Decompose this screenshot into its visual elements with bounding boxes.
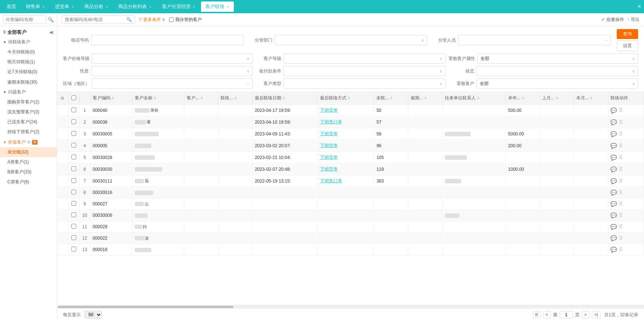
grid-action-icon-2[interactable]: ⠿ [619, 131, 623, 137]
page-input[interactable] [560, 311, 573, 318]
row-action-3[interactable]: 💬 ⠿ [608, 140, 644, 152]
row-action-9[interactable]: 💬 ⠿ [608, 210, 644, 221]
sidebar-item-hoarding[interactable]: 囤购异常客户(2) [0, 97, 57, 107]
grid-action-icon-5[interactable]: ⠿ [619, 166, 623, 172]
refresh-icon[interactable]: ↻ [27, 140, 31, 145]
select-all-checkbox[interactable] [71, 95, 76, 100]
last-way-link[interactable]: 下销售订单 [320, 178, 342, 183]
prev-page-btn[interactable]: < [543, 311, 551, 318]
row-lastway-0[interactable]: 下销货单 [318, 105, 374, 116]
chat-icon-7[interactable]: 💬 [610, 190, 617, 195]
sidebar-item-loss-warn[interactable]: 流失预警客户(3) [0, 107, 57, 117]
chat-icon-12[interactable]: 💬 [610, 247, 617, 253]
grid-action-icon-10[interactable]: ⠿ [619, 224, 623, 230]
last-way-link[interactable]: 下销货单 [320, 107, 338, 113]
chat-icon-0[interactable]: 💬 [610, 107, 617, 113]
grid-action-icon-4[interactable]: ⠿ [619, 155, 623, 160]
chat-icon-10[interactable]: 💬 [610, 224, 617, 230]
chat-icon-2[interactable]: 💬 [610, 131, 617, 137]
notcontact-sort-icon[interactable]: ⇅ [390, 96, 393, 100]
thisyear-sort-icon[interactable]: ⇅ [522, 96, 525, 100]
grid-action-icon-6[interactable]: ⠿ [619, 178, 623, 184]
nav-tab-customer-contact[interactable]: 客户联络 × [201, 1, 233, 12]
sidebar-item-a-class[interactable]: A类客户(1) [0, 157, 57, 167]
nav-tab-purchase[interactable]: 进货单 × [50, 1, 78, 12]
field-status-select[interactable]: ∨ [476, 66, 638, 76]
row-checkbox-11[interactable] [71, 235, 76, 240]
row-lastway-5[interactable]: 下销货单 [318, 163, 374, 175]
row-lastway-8[interactable] [318, 198, 374, 210]
row-checkbox-9[interactable] [71, 212, 76, 217]
nav-tab-analysis-list[interactable]: 商品分析列表 × [114, 1, 156, 12]
chat-icon-1[interactable]: 💬 [610, 119, 617, 125]
row-checkbox-10[interactable] [71, 224, 76, 229]
field-payment-select[interactable]: ∨ [284, 66, 445, 76]
nav-home[interactable]: 首页 [3, 1, 20, 12]
export-btn[interactable]: ↑ 导出 [627, 17, 640, 23]
row-checkbox-4[interactable] [71, 155, 76, 159]
grid-action-icon-7[interactable]: ⠿ [619, 190, 623, 195]
row-lastway-6[interactable]: 下销售订单 [318, 175, 374, 187]
row-checkbox-8[interactable] [71, 201, 76, 206]
my-customers-check[interactable]: 我分管的客户 [169, 17, 202, 23]
field-customer-level-select[interactable]: ∨ [284, 53, 445, 64]
row-lastway-11[interactable] [318, 233, 374, 244]
last-way-link[interactable]: 下销货单 [320, 166, 338, 172]
chat-icon-4[interactable]: 💬 [610, 155, 617, 160]
row-checkbox-2[interactable] [71, 131, 76, 136]
my-customers-checkbox[interactable] [169, 17, 174, 22]
field-manager-input[interactable]: ··· [458, 35, 611, 45]
row-action-5[interactable]: 💬 ⠿ [608, 163, 644, 175]
sidebar-group-value[interactable]: ▼ 价值客户 ↻ R [0, 137, 57, 147]
row-checkbox-7[interactable] [71, 190, 76, 194]
th-gear[interactable]: ⚙ [57, 92, 68, 105]
row-lastway-7[interactable] [318, 187, 374, 198]
row-lastway-1[interactable]: 下销售订单 [318, 116, 374, 128]
close-icon-customer-tier[interactable]: × [193, 4, 195, 9]
lastmonth-sort-icon[interactable]: ⇅ [556, 96, 559, 100]
row-lastway-4[interactable]: 下销货单 [318, 152, 374, 163]
thismonth-sort-icon[interactable]: ⇅ [590, 96, 593, 100]
row-action-8[interactable]: 💬 ⠿ [608, 198, 644, 210]
row-checkbox-5[interactable] [71, 166, 76, 171]
row-action-0[interactable]: 💬 ⠿ [608, 105, 644, 116]
sidebar-item-c-class[interactable]: C类客户(6) [0, 177, 57, 187]
field-price-level-select[interactable]: ∨ [92, 53, 253, 64]
row-checkbox-1[interactable] [71, 119, 76, 124]
contactperson-sort-icon[interactable]: ⇅ [477, 96, 480, 100]
grid-action-icon-3[interactable]: ⠿ [619, 143, 623, 149]
close-icon-customer-contact[interactable]: × [227, 4, 229, 9]
sidebar-item-declining[interactable]: 持续下滑客户(2) [0, 127, 57, 137]
nav-tab-sales[interactable]: 销售单 × [21, 1, 49, 12]
field-dept-select[interactable]: ∨ [275, 35, 427, 45]
last-way-link[interactable]: 下销货单 [320, 155, 338, 160]
field-retail-select[interactable]: 全部 ∨ [476, 78, 638, 89]
window-close-button[interactable]: × [638, 3, 641, 10]
sidebar-item-ungroup[interactable]: 未分组(32) [0, 147, 57, 157]
lastdate-sort-icon[interactable]: ⇅ [282, 96, 285, 100]
collapse-icon[interactable]: ≪ [49, 30, 54, 35]
row-action-10[interactable]: 💬 ⠿ [608, 221, 644, 233]
row-action-2[interactable]: 💬 ⠿ [608, 128, 644, 140]
name-sort-icon[interactable]: ⇅ [154, 96, 156, 100]
field-customer-type-select[interactable]: ∨ [284, 78, 445, 89]
sidebar-item-7days[interactable]: 近7天待联络(0) [0, 67, 57, 77]
lastway-sort-icon[interactable]: ⇅ [348, 96, 351, 100]
field-retail-attr-select[interactable]: 全部 ∨ [477, 53, 638, 64]
batch-op-btn[interactable]: ✓ 批量操作 [601, 17, 624, 23]
row-checkbox-0[interactable] [71, 107, 76, 112]
query-button[interactable]: 查询 [617, 29, 638, 39]
nav-tab-analysis[interactable]: 商品分析 × [80, 1, 112, 12]
chat-icon-6[interactable]: 💬 [610, 178, 617, 184]
row-checkbox-3[interactable] [71, 143, 76, 148]
chat-icon-3[interactable]: 💬 [610, 143, 617, 149]
chat-icon-11[interactable]: 💬 [610, 235, 617, 241]
grid-action-icon-11[interactable]: ⠿ [619, 235, 623, 241]
sidebar-group-problem[interactable]: ▼ 问题客户 [0, 87, 57, 97]
sidebar-item-tomorrow[interactable]: 明天待联络(1) [0, 57, 57, 67]
row-checkbox-12[interactable] [71, 247, 76, 251]
chat-icon-8[interactable]: 💬 [610, 201, 617, 207]
sidebar-item-today[interactable]: 今天待联络(0) [0, 47, 57, 57]
grid-action-icon-1[interactable]: ⠿ [619, 119, 623, 125]
grid-action-icon-9[interactable]: ⠿ [619, 212, 623, 218]
